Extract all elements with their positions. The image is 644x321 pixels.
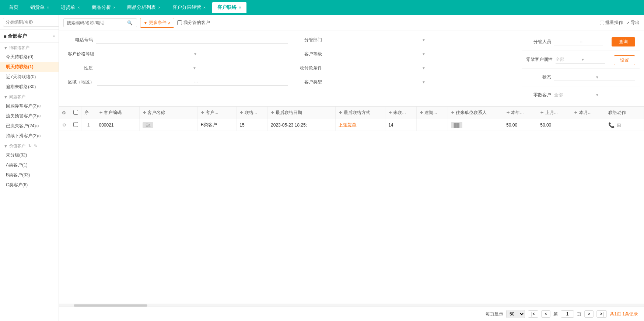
sidebar-item-declining[interactable]: 持续下滑客户(2) ⊙ [0,131,59,141]
last-page-button[interactable]: >| [596,310,607,318]
th-last-month[interactable]: ≑ 上月... [537,107,571,119]
sidebar-all-customers[interactable]: ■ 全部客户 « [0,30,59,43]
td-last-date: 2023-05-23 18:25: [268,119,336,131]
th-code[interactable]: ≑ 客户编码 [96,107,140,119]
sidebar-item-tomorrow[interactable]: 明天待联络(1) [0,62,59,72]
page-input[interactable] [561,310,574,318]
row-check[interactable] [73,122,78,127]
triangle-icon: ▼ [4,95,8,99]
phone-action-icon[interactable]: 📞 [608,122,615,128]
nav-tab-customer-seg[interactable]: 客户分层经营 × [167,2,211,13]
th-this-month[interactable]: ≑ 本月... [571,107,605,119]
chevron-left-icon[interactable]: « [53,34,55,38]
sidebar-search-input[interactable] [3,18,59,27]
nav-home[interactable]: 首页 [4,2,24,13]
sidebar-item-class-a[interactable]: A类客户(1) [0,160,59,170]
edit-icon[interactable]: ✎ [34,144,37,148]
phone-input[interactable] [96,37,288,44]
first-page-button[interactable]: |< [528,310,538,318]
pagination: 每页显示 10 20 50 100 |< < 第 页 > >| 共1页 1条记录 [59,307,644,321]
per-page-select[interactable]: 10 20 50 100 [506,310,525,318]
th-last-method[interactable]: ≑ 最后联络方式 [336,107,385,119]
close-icon[interactable]: × [113,5,115,10]
sidebar-item-class-b[interactable]: B类客户(33) [0,170,59,180]
nav-tab-analysis-list[interactable]: 商品分析列表 × [122,2,165,13]
horizontal-scrollbar[interactable] [59,304,644,307]
th-name[interactable]: ≑ 客户名称 [140,107,198,119]
customer-level-select[interactable]: ▼ [325,51,517,57]
sidebar-item-overdue[interactable]: 逾期未联络(30) [0,82,59,92]
prev-page-button[interactable]: < [541,310,550,318]
customer-table: ⚙ 序 ≑ 客户编码 ≑ 客户名称 ≑ 客户... ≑ 联络... ≑ 最后联络… [59,107,644,131]
my-customers-checkbox[interactable]: 我分管的客户 [177,20,210,26]
th-contact-count[interactable]: ≑ 联络... [237,107,268,119]
chevron-down-icon: ▼ [193,66,288,70]
customer-type-select[interactable]: ▼ [325,79,517,85]
sidebar-item-warning[interactable]: 流失预警客户(3) ⊙ [0,111,59,121]
more-filter-button[interactable]: ▼ 更多条件 ∧ [140,18,174,28]
sidebar-item-today[interactable]: 今天待联络(0) [0,52,59,62]
th-overdue[interactable]: ≑ 逾期... [416,107,448,119]
th-gear[interactable]: ⚙ [59,107,70,119]
th-last-date[interactable]: ≑ 最后联络日期 [268,107,336,119]
th-contact-person[interactable]: ≑ 往来单位联系人 [448,107,503,119]
adv-nature: 性质 ▼ [63,61,293,75]
nav-tab-customer-contact[interactable]: 客户联络 × [212,2,246,13]
th-index: 序 [81,107,96,119]
grid-action-icon[interactable]: ⊞ [617,122,621,128]
dots-icon[interactable]: ··· [580,39,603,44]
sidebar-item-lost[interactable]: 已流失客户(24) ⊙ [0,121,59,131]
close-icon[interactable]: × [77,5,80,10]
my-customers-check[interactable] [177,20,182,25]
close-icon[interactable]: × [203,5,206,10]
nav-tab-analysis[interactable]: 商品分析 × [87,2,120,13]
query-button[interactable]: 查询 [612,37,635,46]
td-action: 📞 ⊞ [605,119,644,131]
next-page-button[interactable]: > [584,310,594,318]
th-action: 联络动作 [605,107,644,119]
refresh-icon[interactable]: ↻ [28,144,32,148]
chevron-down-icon: ▼ [193,52,288,56]
last-method-link[interactable]: 下销货单 [339,122,356,127]
td-name: Ea [140,119,198,131]
close-icon[interactable]: × [158,5,160,10]
th-unlinking[interactable]: ≑ 未联... [385,107,417,119]
retail-customer-select[interactable]: 全部 ▼ [554,91,635,99]
th-this-year[interactable]: ≑ 本年... [503,107,537,119]
batch-check[interactable] [600,21,604,25]
batch-operation-button[interactable]: 批量操作 [600,20,623,26]
main-search-input[interactable] [67,20,126,25]
settings-button[interactable]: 设置 [614,55,635,65]
close-icon[interactable]: × [239,5,241,10]
nature-select[interactable]: ▼ [96,65,288,71]
sidebar-item-ungrouped[interactable]: 未分组(32) [0,150,59,160]
export-icon: ↗ [626,20,630,25]
sidebar-item-abnormal[interactable]: 回购异常客户(2) ⊙ [0,101,59,111]
export-button[interactable]: ↗ 导出 [626,20,640,26]
price-level-select[interactable]: ▼ [97,51,288,57]
nav-tab-purchase[interactable]: 进货单 × [56,2,85,13]
search-icon[interactable]: 🔍 [127,20,133,25]
adv-filter-middle: 分管部门 ▼ 客户等级 ▼ 收付款条件 [293,33,522,104]
dept-select[interactable]: ▼ [325,37,517,43]
per-page-label: 每页显示 [486,311,503,317]
payment-select[interactable]: ▼ [325,65,517,71]
th-checkbox[interactable] [70,107,81,119]
td-checkbox[interactable] [70,119,81,131]
sidebar-item-class-c[interactable]: C类客户(6) [0,180,59,190]
nav-tab-sales[interactable]: 销货单 × [25,2,54,13]
sidebar-item-7days[interactable]: 近7天待联络(0) [0,72,59,82]
page-label: 第 [553,311,558,317]
td-gear[interactable]: ⚙ [59,119,70,131]
retail-attr-select[interactable]: 全部 ▼ [556,56,605,64]
scroll-thumb[interactable] [74,304,147,307]
th-type[interactable]: ≑ 客户... [198,107,237,119]
region-select[interactable]: ··· [97,79,288,86]
dots-icon[interactable]: ··· [194,79,288,84]
status-select[interactable]: ▼ [554,75,635,80]
select-all-check[interactable] [73,110,78,115]
adv-phone: 电话号码 [63,33,293,47]
triangle-icon: ▼ [4,144,8,148]
manager-select[interactable]: ··· [554,38,603,45]
close-icon[interactable]: × [47,5,49,10]
